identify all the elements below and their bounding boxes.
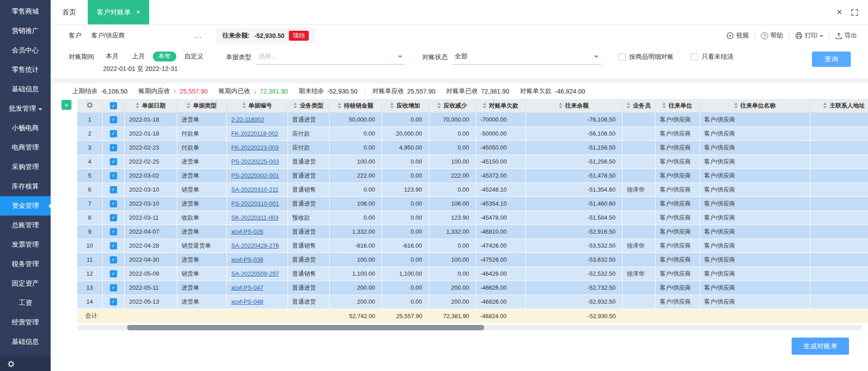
sidebar-item-16[interactable]: 工资 xyxy=(0,293,51,313)
doc-no-link[interactable]: xcvf-PS-048 xyxy=(231,298,264,305)
period-option-3[interactable]: 本年 xyxy=(153,52,176,61)
sort-icon[interactable] xyxy=(187,103,191,108)
row-checkbox[interactable]: ✓ xyxy=(102,281,124,295)
sidebar-item-17[interactable]: 经营管理 xyxy=(0,313,51,332)
row-checkbox[interactable]: ✓ xyxy=(102,127,124,141)
table-row[interactable]: 3✓2022-02-23付款单FK-20220223-003应付款0.004,9… xyxy=(77,141,868,155)
sidebar-item-6[interactable]: 批发管理 xyxy=(0,99,51,118)
period-option-1[interactable]: 本月 xyxy=(100,52,124,61)
customer-select[interactable]: 客户/供应商 xyxy=(88,29,178,42)
row-checkbox[interactable]: ✓ xyxy=(102,155,124,169)
column-header-doc-date[interactable]: 单据日期 xyxy=(124,99,177,113)
table-row[interactable]: 9✓2022-04-07进货单xcvf-PS-025普通进货1,332.000.… xyxy=(77,225,868,239)
select-all-checkbox[interactable]: ✓ xyxy=(102,99,124,113)
row-checkbox[interactable]: ✓ xyxy=(102,225,124,239)
doc-no-link[interactable]: SA-20220428-276 xyxy=(231,242,279,249)
generate-statement-button[interactable]: 生成对账单 xyxy=(792,338,849,355)
column-header-contact-address[interactable]: 主联系人地址 xyxy=(810,99,868,113)
sidebar-item-10[interactable]: 库存核算 xyxy=(0,177,51,196)
table-row[interactable]: 2✓2022-01-18付款单FK-20220118-002应付款0.0020,… xyxy=(77,127,868,141)
sort-icon[interactable] xyxy=(823,103,827,108)
print-button[interactable]: 打印 xyxy=(795,32,823,40)
close-icon[interactable]: × xyxy=(836,7,842,17)
row-checkbox[interactable]: ✓ xyxy=(102,239,124,253)
table-row[interactable]: 10✓2022-04-28销货退货单SA-20220428-276普通销售-61… xyxy=(77,239,868,253)
status-select[interactable]: 全部 xyxy=(452,51,601,65)
doc-no-link[interactable]: SA-20220310-211 xyxy=(231,186,279,193)
sidebar-item-14[interactable]: 税务管理 xyxy=(0,254,51,274)
sidebar-item-12[interactable]: 总账管理 xyxy=(0,216,51,235)
column-header-doc-no[interactable]: 单据编号 xyxy=(226,99,288,113)
column-header-salesperson[interactable]: 业务员 xyxy=(622,99,655,113)
row-checkbox[interactable]: ✓ xyxy=(102,183,124,197)
sort-icon[interactable] xyxy=(662,103,666,108)
doc-no-link[interactable]: PS-20220302-001 xyxy=(231,172,279,179)
sidebar-item-7[interactable]: 小畅电商 xyxy=(0,118,51,138)
doc-no-link[interactable]: xcvf-PS-038 xyxy=(231,256,264,263)
sidebar-item-1[interactable]: 零售商城 xyxy=(0,2,51,21)
sidebar-item-3[interactable]: 会员中心 xyxy=(0,41,51,60)
row-checkbox[interactable]: ✓ xyxy=(102,211,124,225)
sort-icon[interactable] xyxy=(136,103,140,108)
sort-icon[interactable] xyxy=(390,103,394,108)
doc-no-link[interactable]: PS-20220225-003 xyxy=(231,158,279,165)
sidebar-item-5[interactable]: 基础信息 xyxy=(0,80,51,99)
table-row[interactable]: 13✓2022-05-11进货单xcvf-PS-047普通进货200.000.0… xyxy=(77,281,868,295)
table-row[interactable]: 1✓2022-01-18进货单2-22-118002普通进货50,000.000… xyxy=(77,113,868,127)
sidebar-item-9[interactable]: 采购管理 xyxy=(0,157,51,177)
row-checkbox[interactable]: ✓ xyxy=(102,253,124,267)
column-settings-button[interactable] xyxy=(77,99,102,113)
row-checkbox[interactable]: ✓ xyxy=(102,113,124,127)
export-button[interactable]: 导出 xyxy=(835,32,857,40)
checkbox-by-product-detail[interactable]: 按商品明细对账 xyxy=(618,53,674,61)
table-row[interactable]: 7✓2022-03-10进货单PS-20220310-001普通进货106.00… xyxy=(77,197,868,211)
period-option-2[interactable]: 上月 xyxy=(127,52,150,61)
column-header-receivable-increase[interactable]: 应收增加 xyxy=(382,99,429,113)
column-header-balance[interactable]: 往来余额 xyxy=(525,99,622,113)
column-header-receivable-decrease[interactable]: 应收减少 xyxy=(429,99,476,113)
tab-customer-statement[interactable]: 客户对账单 × xyxy=(88,0,149,24)
help-button[interactable]: ? 帮助 xyxy=(761,32,783,40)
row-checkbox[interactable]: ✓ xyxy=(102,197,124,211)
row-checkbox[interactable]: ✓ xyxy=(102,169,124,183)
sort-icon[interactable] xyxy=(559,103,563,108)
more-options-button[interactable]: ... xyxy=(194,32,203,39)
doc-no-link[interactable]: PS-20220310-001 xyxy=(231,200,279,207)
doc-no-link[interactable]: FK-20220118-002 xyxy=(231,130,278,137)
sort-icon[interactable] xyxy=(437,103,441,108)
row-checkbox[interactable]: ✓ xyxy=(102,267,124,281)
sidebar-item-18[interactable]: 基础信息 xyxy=(0,332,51,352)
tab-home[interactable]: 首页 xyxy=(51,0,88,24)
sort-icon[interactable] xyxy=(483,103,487,108)
doc-no-link[interactable]: SA-20220509-297 xyxy=(231,270,279,277)
doc-no-link[interactable]: xcvf-PS-047 xyxy=(231,284,264,291)
table-row[interactable]: 12✓2022-05-09销货单SA-20220509-297普通销售1,100… xyxy=(77,267,868,281)
sort-icon[interactable] xyxy=(338,103,342,108)
sort-icon[interactable] xyxy=(293,103,297,108)
doc-no-link[interactable]: xcvf-PS-025 xyxy=(231,228,264,235)
column-header-pending-amount[interactable]: 待核销金额 xyxy=(329,99,382,113)
table-row[interactable]: 8✓2022-03-11收款单SK-20220311-003预收款0.000.0… xyxy=(77,211,868,225)
checkbox-unsettled-only[interactable]: 只看未结清 xyxy=(691,53,733,61)
doc-no-link[interactable]: 2-22-118002 xyxy=(231,116,264,123)
sidebar-item-8[interactable]: 电商管理 xyxy=(0,138,51,157)
table-row[interactable]: 14✓2022-05-13进货单xcvf-PS-048普通进货200.000.0… xyxy=(77,295,868,309)
table-row[interactable]: 4✓2022-02-25进货单PS-20220225-003普通进货100.00… xyxy=(77,155,868,169)
doc-no-link[interactable]: SK-20220311-003 xyxy=(231,214,279,221)
column-header-doc-type[interactable]: 单据类型 xyxy=(177,99,226,113)
sort-icon[interactable] xyxy=(242,103,246,108)
sidebar-item-15[interactable]: 固定资产 xyxy=(0,274,51,293)
sidebar-item-4[interactable]: 零售统计 xyxy=(0,60,51,80)
period-option-4[interactable]: 自定义 xyxy=(179,52,209,61)
sort-icon[interactable] xyxy=(627,103,631,108)
sidebar-item-13[interactable]: 发票管理 xyxy=(0,235,51,254)
doc-no-link[interactable]: FK-20220223-003 xyxy=(231,144,279,151)
row-checkbox[interactable]: ✓ xyxy=(102,295,124,309)
column-header-counterparty-name[interactable]: 往来单位名称 xyxy=(699,99,810,113)
sidebar-item-2[interactable]: 营销推广 xyxy=(0,21,51,41)
expand-panel-button[interactable]: » xyxy=(61,100,71,110)
doc-type-select[interactable]: 选择... xyxy=(256,51,405,65)
sidebar-item-11[interactable]: 资金管理 xyxy=(0,196,51,216)
tab-close-icon[interactable]: × xyxy=(136,9,140,16)
table-row[interactable]: 11✓2022-04-30进货单xcvf-PS-038普通进货100.000.0… xyxy=(77,253,868,267)
